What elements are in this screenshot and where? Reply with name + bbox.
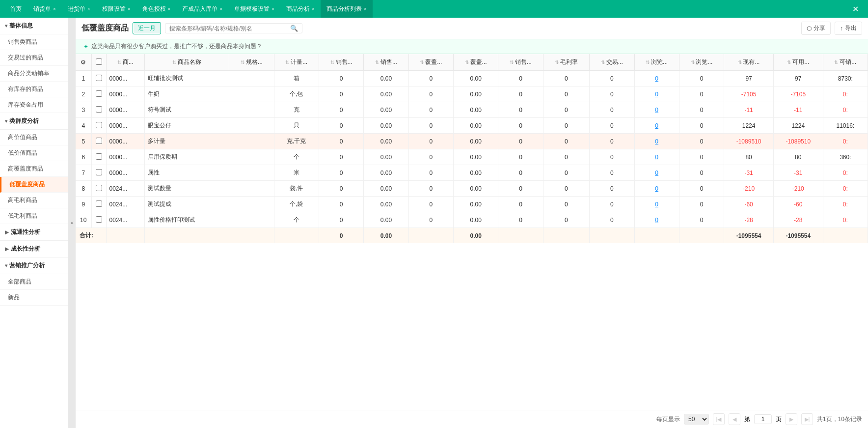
nav-home[interactable]: 首页 [4,0,27,18]
col-header-current[interactable]: 现有... [724,54,774,71]
nav-close-icon[interactable]: × [271,6,274,12]
col-header-code[interactable]: 商... [106,54,145,71]
prev-page-button[interactable]: ◀ [729,413,740,425]
table-row: 2 0000... 牛奶 个,包 0 0.00 0 0.00 0 0 0 0 0… [76,86,868,102]
col-header-sales3[interactable]: 销售... [498,54,543,71]
row-select-checkbox[interactable] [96,106,102,113]
sidebar-item-new-goods[interactable]: 新品 [0,290,68,306]
row-checkbox[interactable] [91,181,106,197]
row-select-checkbox[interactable] [96,138,102,144]
row-browse1[interactable]: 0 [634,197,679,212]
nav-close-icon[interactable]: × [312,6,315,12]
row-checkbox[interactable] [91,86,106,102]
sidebar-item-all-goods[interactable]: 全部商品 [0,274,68,290]
page-size-select[interactable]: 50 100 200 [684,414,709,425]
nav-permissions[interactable]: 权限设置 × [96,0,136,18]
page-number-input[interactable] [754,414,772,424]
nav-roles[interactable]: 角色授权 × [136,0,177,18]
sidebar-item-low-value[interactable]: 低价值商品 [0,145,68,161]
search-input[interactable] [169,25,290,32]
row-checkbox[interactable] [91,212,106,228]
nav-close-icon[interactable]: × [168,6,171,12]
sidebar-section-growth[interactable]: ▶ 成长性分析 [0,241,68,257]
row-spec [229,197,274,212]
row-select-checkbox[interactable] [96,153,102,160]
row-select-checkbox[interactable] [96,90,102,97]
col-header-gross-rate[interactable]: 毛利率 [543,54,589,71]
row-select-checkbox[interactable] [96,169,102,175]
sidebar-item-high-margin[interactable]: 高毛利商品 [0,193,68,208]
nav-goods-analysis-list[interactable]: 商品分析列表 × [321,0,373,18]
row-browse1[interactable]: 0 [634,212,679,228]
share-button[interactable]: ⬡ 分享 [801,22,831,35]
row-select-checkbox[interactable] [96,75,102,81]
nav-close-icon[interactable]: × [364,6,367,12]
sidebar-item-low-coverage[interactable]: 低覆盖度商品 [0,177,68,193]
sidebar-item-high-value[interactable]: 高价值商品 [0,130,68,145]
row-checkbox[interactable] [91,118,106,134]
next-page-button[interactable]: ▶ [786,413,797,425]
row-select-checkbox[interactable] [96,216,102,223]
sidebar-section-cluster[interactable]: ▾ 类群度分析 [0,113,68,130]
sidebar-item-stocked-goods[interactable]: 有库存的商品 [0,82,68,97]
col-header-cover1[interactable]: 覆盖... [408,54,453,71]
nav-template[interactable]: 单据模板设置 × [228,0,280,18]
col-header-cover2[interactable]: 覆盖... [454,54,498,71]
col-header-sales1[interactable]: 销售... [319,54,364,71]
row-browse1[interactable]: 0 [634,149,679,165]
export-button[interactable]: ↑ 导出 [835,22,862,35]
nav-purchase-order[interactable]: 进货单 × [62,0,96,18]
row-browse1[interactable]: 0 [634,165,679,181]
row-browse1[interactable]: 0 [634,86,679,102]
sidebar-item-capital[interactable]: 库存资金占用 [0,97,68,113]
col-header-trade[interactable]: 交易... [590,54,634,71]
row-checkbox[interactable] [91,149,106,165]
first-page-button[interactable]: |◀ [713,413,725,425]
row-checkbox[interactable] [91,165,106,181]
row-browse1[interactable]: 0 [634,134,679,149]
col-header-browse1[interactable]: 浏览... [634,54,679,71]
row-checkbox[interactable] [91,71,106,86]
sidebar-section-overall[interactable]: ▾ 整体信息 [0,18,68,34]
nav-goods-analysis[interactable]: 商品分析 × [280,0,321,18]
settings-col-header[interactable]: ⚙ [76,54,91,71]
col-header-spec[interactable]: 规格... [229,54,274,71]
last-page-button[interactable]: ▶| [801,413,813,425]
nav-close-icon[interactable]: × [128,6,131,12]
total-sales1: 0 [319,228,364,244]
row-browse2: 0 [679,165,724,181]
row-select-checkbox[interactable] [96,185,102,191]
sidebar-item-high-coverage[interactable]: 高覆盖度商品 [0,161,68,177]
row-select-checkbox[interactable] [96,200,102,207]
nav-close-icon[interactable]: × [87,6,90,12]
row-browse1[interactable]: 0 [634,102,679,118]
row-checkbox[interactable] [91,134,106,149]
col-header-sales2[interactable]: 销售... [364,54,408,71]
sidebar-item-low-margin[interactable]: 低毛利商品 [0,208,68,224]
checkbox-col-header[interactable] [91,54,106,71]
col-header-available[interactable]: 可用... [773,54,823,71]
select-all-checkbox[interactable] [96,58,102,65]
sidebar-item-sales-goods[interactable]: 销售类商品 [0,34,68,50]
nav-production[interactable]: 产成品入库单 × [176,0,228,18]
window-close-button[interactable]: ✕ [846,0,864,18]
row-browse1[interactable]: 0 [634,181,679,197]
row-browse1[interactable]: 0 [634,118,679,134]
nav-close-icon[interactable]: × [53,6,56,12]
col-header-browse2[interactable]: 浏览... [679,54,724,71]
col-header-saleable[interactable]: 可销... [823,54,868,71]
nav-close-icon[interactable]: × [219,6,222,12]
sidebar-section-marketing[interactable]: ▾ 营销推广分析 [0,257,68,274]
row-browse1[interactable]: 0 [634,71,679,86]
col-header-unit[interactable]: 计量... [274,54,319,71]
row-checkbox[interactable] [91,197,106,212]
col-header-name[interactable]: 商品名称 [145,54,229,71]
row-select-checkbox[interactable] [96,122,102,128]
row-checkbox[interactable] [91,102,106,118]
sidebar-collapse-button[interactable]: « [69,18,76,428]
nav-sales-order[interactable]: 销货单 × [27,0,62,18]
sidebar-section-circulation[interactable]: ▶ 流通性分析 [0,224,68,241]
time-filter-month[interactable]: 近一月 [133,22,161,34]
sidebar-item-traded-goods[interactable]: 交易过的商品 [0,50,68,66]
sidebar-item-category-rate[interactable]: 商品分类动销率 [0,66,68,82]
